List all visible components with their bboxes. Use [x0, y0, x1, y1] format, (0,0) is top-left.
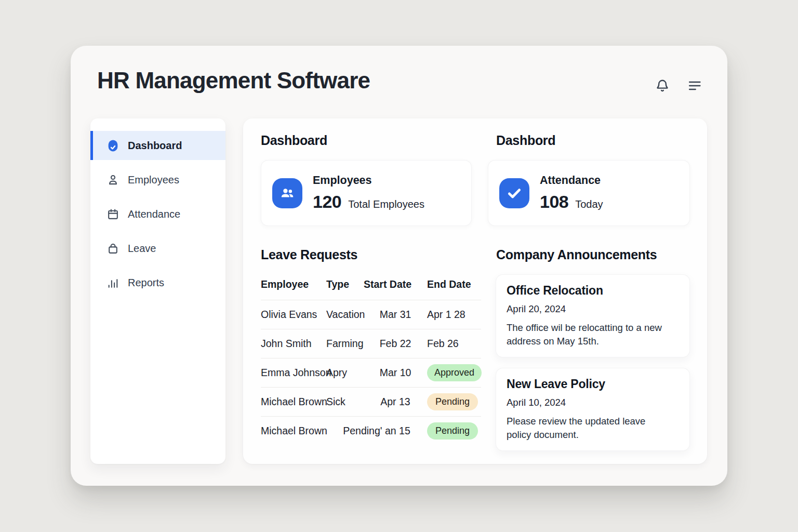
table-row: Olivia Evans Vacation Mar 31 Apr 1 28	[261, 300, 481, 329]
person-icon	[106, 173, 119, 187]
status-badge: Pending	[427, 422, 478, 440]
sidebar-item-label: Reports	[128, 277, 164, 289]
dashboard-badge-check-icon	[106, 139, 119, 152]
stat-card-title: Employees	[313, 174, 424, 187]
sidebar-item-label: Leave	[128, 243, 156, 255]
cell-employee: Olivia Evans	[261, 300, 326, 329]
sidebar-item-label: Employees	[128, 174, 179, 186]
column-header-type: Type	[326, 271, 364, 300]
cell-start-date: Mar 31	[364, 300, 427, 329]
company-announcements-heading: Company Announcements	[496, 247, 657, 262]
announcement-date: April 20, 2024	[507, 303, 679, 315]
stat-card-caption: Total Employees	[348, 198, 424, 210]
announcement-card: Office Relocation April 20, 2024 The off…	[496, 274, 690, 357]
main-panel: Dashboard Employees 120 Total Employees	[243, 118, 707, 464]
app-window: HR Management Software	[71, 46, 727, 486]
sidebar-item-label: Dashboard	[128, 140, 182, 152]
table-row: Michael Brown Sick Apr 13 Pending	[261, 388, 481, 417]
dashbord-heading: Dashbord	[496, 133, 555, 148]
announcement-card: New Leave Policy April 10, 2024 Please r…	[496, 368, 690, 451]
leave-requests-heading: Leave Requests	[261, 247, 357, 262]
sidebar-item-reports[interactable]: Reports	[90, 268, 225, 297]
leave-requests-table: Employee Type Start Date End Date Olivia…	[261, 271, 481, 445]
cell-type: Pending' an 15	[326, 417, 427, 446]
table-row: John Smith Farming Feb 22 Feb 26	[261, 329, 481, 358]
announcement-body: The office wil be relocatting to a new a…	[507, 321, 679, 349]
stat-card-value: 120	[313, 192, 341, 212]
employees-stat-card: Employees 120 Total Employees	[261, 160, 472, 226]
sidebar: Dashboard Employees	[90, 118, 225, 464]
menu-icon[interactable]	[687, 78, 702, 94]
cell-end-date: Apr 1 28	[427, 300, 481, 329]
table-row: Michael Brown Pending' an 15 Pending	[261, 417, 481, 446]
notification-bell-icon[interactable]	[655, 78, 670, 94]
announcement-title: New Leave Policy	[507, 377, 679, 391]
cell-start-date: Apr 13	[364, 388, 427, 417]
column-header-start-date: Start Date	[364, 271, 427, 300]
cell-type: Farming	[326, 329, 364, 358]
stat-card-caption: Today	[575, 198, 603, 210]
table-row: Emma Johnson Apry Mar 10 Approved	[261, 358, 481, 388]
stat-card-value: 108	[540, 192, 568, 212]
cell-status: Pending	[427, 388, 481, 417]
calendar-icon	[106, 207, 119, 221]
cell-type: Apry	[326, 358, 364, 388]
column-header-end-date: End Date	[427, 271, 481, 300]
stat-card-title: Attendance	[540, 174, 603, 187]
sidebar-item-label: Attendance	[128, 208, 180, 220]
announcement-date: April 10, 2024	[507, 397, 679, 408]
table-header-row: Employee Type Start Date End Date	[261, 271, 481, 300]
cell-employee: Emma Johnson	[261, 358, 326, 388]
header-icons	[655, 78, 702, 94]
cell-start-date: Feb 22	[364, 329, 427, 358]
cell-status: Pending	[427, 417, 481, 446]
bar-chart-icon	[106, 276, 119, 289]
cell-start-date: Mar 10	[364, 358, 427, 388]
attendance-check-icon	[499, 178, 529, 208]
cell-type: Sick	[326, 388, 364, 417]
cell-employee: John Smith	[261, 329, 326, 358]
bag-icon	[106, 242, 119, 255]
dashboard-heading: Dashboard	[261, 133, 327, 148]
column-header-employee: Employee	[261, 271, 326, 300]
announcement-title: Office Relocation	[507, 284, 679, 298]
sidebar-item-employees[interactable]: Employees	[90, 165, 225, 194]
cell-type: Vacation	[326, 300, 364, 329]
cell-employee: Michael Brown	[261, 388, 326, 417]
status-badge: Pending	[427, 393, 478, 410]
cell-end-date: Feb 26	[427, 329, 481, 358]
sidebar-item-leave[interactable]: Leave	[90, 234, 225, 263]
attendance-stat-card: Attendance 108 Today	[488, 160, 690, 226]
app-title: HR Management Software	[97, 68, 370, 94]
employees-people-icon	[272, 178, 302, 208]
sidebar-item-dashboard[interactable]: Dashboard	[90, 131, 225, 160]
announcement-body: Please review the updated leave policy d…	[507, 415, 679, 442]
desktop-background: HR Management Software	[0, 0, 798, 532]
sidebar-item-attendance[interactable]: Attendance	[90, 200, 225, 229]
cell-employee: Michael Brown	[261, 417, 326, 446]
status-badge: Approved	[427, 364, 482, 381]
cell-status: Approved	[427, 358, 481, 388]
